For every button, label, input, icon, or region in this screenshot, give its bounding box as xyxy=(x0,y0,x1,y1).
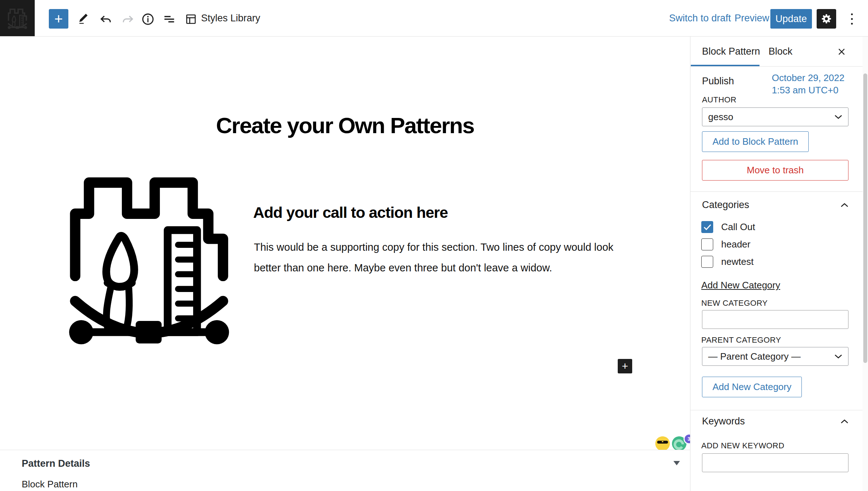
toolbar-block-inserter-button[interactable]: + xyxy=(49,9,68,29)
category-row-newtest[interactable]: newtest xyxy=(701,256,754,268)
cta-heading[interactable]: Add your call to action here xyxy=(253,204,618,221)
chevron-down-icon xyxy=(834,354,842,359)
redo-arrow-icon xyxy=(122,13,134,25)
switch-to-draft-link[interactable]: Switch to draft xyxy=(669,0,731,36)
chevron-up-icon xyxy=(841,419,848,424)
category-label: newtest xyxy=(721,256,754,267)
pattern-details-title: Pattern Details xyxy=(22,458,90,469)
tab-block[interactable]: Block xyxy=(769,37,792,66)
styles-library-layout-button[interactable] xyxy=(184,12,198,26)
scrollbar-thumb[interactable] xyxy=(863,73,867,363)
layout-grid-icon xyxy=(185,13,197,25)
move-to-trash-button[interactable]: Move to trash xyxy=(702,160,848,181)
add-new-keyword-label: ADD NEW KEYWORD xyxy=(701,441,784,450)
breadcrumb[interactable]: Block Pattern xyxy=(22,479,78,490)
chevron-up-icon xyxy=(841,203,848,208)
publish-date-line2: 1:53 am UTC+0 xyxy=(772,84,848,96)
tab-block-pattern[interactable]: Block Pattern xyxy=(702,37,760,66)
publish-label: Publish xyxy=(702,76,734,87)
canvas-block-inserter-button[interactable]: + xyxy=(618,359,632,373)
update-button[interactable]: Update xyxy=(770,9,812,29)
pattern-heading[interactable]: Create your Own Patterns xyxy=(0,113,690,138)
active-tab-underline xyxy=(691,65,760,66)
editor-canvas: Create your Own Patterns Add your call t… xyxy=(0,37,690,450)
block-pattern-editor: + xyxy=(0,0,868,491)
chevron-down-icon xyxy=(834,114,842,119)
undo-arrow-icon xyxy=(99,13,112,25)
add-new-category-button[interactable]: Add New Category xyxy=(702,377,802,397)
block-breadcrumb-bar: Block Pattern xyxy=(0,477,690,491)
avatar-sunglasses-emoji[interactable] xyxy=(655,436,670,450)
gesso-brush-ruler-icon xyxy=(62,162,235,346)
publish-date-line1: October 29, 2022 xyxy=(772,72,848,84)
author-select[interactable]: gesso xyxy=(702,107,848,126)
pencil-icon xyxy=(77,13,90,26)
options-kebab-menu-button[interactable] xyxy=(846,9,857,29)
author-label: AUTHOR xyxy=(702,95,736,105)
add-to-block-pattern-button[interactable]: Add to Block Pattern xyxy=(702,131,809,152)
gesso-logo-icon xyxy=(7,7,28,29)
keywords-panel-header[interactable]: Keywords xyxy=(702,416,848,427)
close-icon xyxy=(837,47,846,56)
categories-panel-header[interactable]: Categories xyxy=(702,199,848,211)
check-icon xyxy=(703,224,711,230)
category-row-call-out[interactable]: Call Out xyxy=(701,221,755,233)
details-info-button[interactable] xyxy=(141,12,155,26)
sunglasses-emoji-icon xyxy=(655,436,670,450)
editor-top-bar: + xyxy=(0,0,868,37)
sidebar-divider xyxy=(690,410,863,410)
new-category-label: NEW CATEGORY xyxy=(701,299,768,308)
sidebar-divider xyxy=(690,191,863,192)
collapse-triangle-icon[interactable] xyxy=(673,461,680,466)
checkbox-unchecked[interactable] xyxy=(701,238,713,250)
publish-date-link[interactable]: October 29, 2022 1:53 am UTC+0 xyxy=(772,72,848,96)
author-select-value: gesso xyxy=(708,111,733,123)
categories-title: Categories xyxy=(702,199,749,211)
parent-category-select[interactable]: — Parent Category — xyxy=(702,347,848,366)
pattern-details-bar[interactable]: Pattern Details xyxy=(0,450,690,478)
presence-avatar-stack: 3 xyxy=(647,436,690,450)
preview-link[interactable]: Preview xyxy=(735,0,769,36)
sidebar-tab-bar: Block Pattern Block xyxy=(690,37,863,67)
redo-button xyxy=(121,12,135,26)
checkbox-checked[interactable] xyxy=(701,221,713,233)
gesso-hero-graphic[interactable] xyxy=(62,162,235,346)
category-label: Call Out xyxy=(721,221,755,233)
checkbox-unchecked[interactable] xyxy=(701,256,713,268)
settings-toggle-button[interactable] xyxy=(817,9,836,29)
close-sidebar-button[interactable] xyxy=(834,45,849,59)
info-icon xyxy=(141,13,154,26)
document-title: Styles Library xyxy=(201,0,260,36)
undo-button[interactable] xyxy=(99,12,112,26)
edit-mode-pencil-button[interactable] xyxy=(76,12,90,26)
gear-icon xyxy=(820,13,833,25)
list-view-button[interactable] xyxy=(162,12,176,26)
category-row-header[interactable]: header xyxy=(701,238,750,250)
list-view-icon xyxy=(163,13,175,25)
parent-category-value: — Parent Category — xyxy=(708,351,801,362)
new-category-input[interactable] xyxy=(702,310,848,329)
keywords-title: Keywords xyxy=(702,416,745,427)
settings-sidebar: Block Pattern Block Publish October 29, … xyxy=(690,37,863,491)
parent-category-label: PARENT CATEGORY xyxy=(701,335,781,345)
add-new-keyword-input[interactable] xyxy=(702,453,848,472)
category-label: header xyxy=(721,239,750,250)
cta-paragraph[interactable]: This would be a supporting copy for this… xyxy=(254,237,617,278)
site-logo[interactable] xyxy=(0,0,35,36)
add-new-category-link[interactable]: Add New Category xyxy=(701,280,780,291)
